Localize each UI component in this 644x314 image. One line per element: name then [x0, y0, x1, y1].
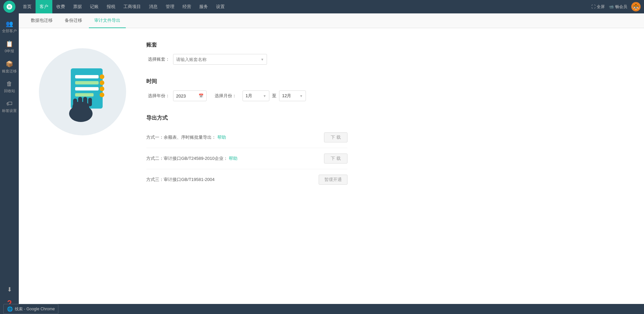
nav-message[interactable]: 消息 — [145, 0, 162, 13]
export-section: 方式一：余额表、序时账批量导出： 帮助 下 载 方式二：审计接口GB/T2458… — [146, 127, 347, 190]
chevron-down-icon: ▼ — [261, 58, 264, 61]
date-row: 2023 📅 选择月份： 1月 ▼ 至 12月 ▼ — [173, 90, 306, 101]
nav-service[interactable]: 服务 — [195, 0, 212, 13]
chevron-down-icon-3: ▼ — [300, 94, 303, 98]
account-label: 选择账套： — [146, 56, 170, 62]
nav-customer[interactable]: 客户 — [36, 0, 52, 13]
nav-right: ⛶ 全屏 📹 畅会员 🐯 — [591, 2, 641, 11]
declaration-icon: 📋 — [6, 40, 13, 48]
sidebar-item-recycle-bin[interactable]: 🗑 回收站 — [0, 77, 19, 97]
svg-rect-11 — [73, 99, 77, 107]
to-label: 至 — [272, 93, 276, 99]
migration-icon: 📦 — [6, 60, 13, 68]
taskbar: 🌐 线索 - Google Chrome — [0, 304, 644, 314]
illustration-svg — [52, 58, 113, 125]
account-input[interactable] — [176, 57, 261, 62]
nav-settings[interactable]: 设置 — [212, 0, 229, 13]
export-method-2: 方式二：审计接口GB/T24589-2010企业： 帮助 下 载 — [146, 148, 347, 169]
chevron-down-icon-2: ▼ — [263, 94, 266, 98]
svg-point-6 — [100, 80, 104, 85]
member-btn[interactable]: 📹 畅会员 — [609, 4, 627, 10]
nav-invoice[interactable]: 票据 — [69, 0, 86, 13]
month-start-select[interactable]: 1月 ▼ — [243, 90, 269, 101]
fullscreen-icon: ⛶ — [591, 4, 595, 9]
taskbar-chrome[interactable]: 🌐 线索 - Google Chrome — [3, 304, 58, 314]
customers-icon: 👥 — [6, 20, 13, 27]
recycle-icon: 🗑 — [6, 80, 12, 87]
svg-rect-4 — [75, 93, 94, 97]
form-area: 账套 选择账套： ▼ 时间 选择年份： 2023 📅 选择月份： — [146, 42, 347, 301]
nav-accounting[interactable]: 记账 — [86, 0, 103, 13]
sidebar-item-zero-declaration[interactable]: 📋 0申报 — [0, 37, 19, 57]
video-icon: 📹 — [609, 4, 614, 9]
nav-home[interactable]: 首页 — [19, 0, 36, 13]
nav-items: 首页 客户 收费 票据 记账 报税 工商项目 消息 管理 经营 服务 设置 — [19, 0, 591, 13]
svg-rect-3 — [75, 87, 99, 90]
svg-point-8 — [100, 92, 104, 97]
account-section-title: 账套 — [146, 42, 347, 49]
method-2-text: 方式二：审计接口GB/T24589-2010企业： 帮助 — [146, 155, 237, 162]
sidebar-item-account-migration[interactable]: 📦 账套迁移 — [0, 57, 19, 77]
year-select[interactable]: 2023 📅 — [173, 90, 207, 101]
download-icon: ⬇ — [7, 286, 12, 293]
method-1-text: 方式一：余额表、序时账批量导出： 帮助 — [146, 134, 226, 140]
nav-tax[interactable]: 报税 — [103, 0, 119, 13]
account-select[interactable]: ▼ — [173, 54, 267, 65]
month-end-select[interactable]: 12月 ▼ — [279, 90, 306, 101]
svg-rect-1 — [75, 75, 99, 78]
time-section-title: 时间 — [146, 78, 347, 85]
tab-data-migration[interactable]: 数据包迁移 — [25, 13, 58, 28]
svg-point-7 — [100, 86, 104, 91]
nav-manage[interactable]: 管理 — [162, 0, 178, 13]
nav-operation[interactable]: 经营 — [178, 0, 195, 13]
app-logo[interactable] — [3, 1, 15, 13]
tabs-bar: 数据包迁移 备份迁移 审计文件导出 — [19, 13, 644, 28]
sidebar: 👥 全部客户 📋 0申报 📦 账套迁移 🗑 回收站 🏷 标签设置 ⬇ ❓ — [0, 13, 19, 314]
account-form-row: 选择账套： ▼ — [146, 54, 347, 65]
svg-point-5 — [100, 74, 104, 79]
sidebar-item-download[interactable]: ⬇ — [6, 282, 13, 297]
svg-rect-13 — [83, 97, 87, 106]
method-2-download-btn[interactable]: 下 载 — [324, 153, 347, 164]
sidebar-item-tag-settings[interactable]: 🏷 标签设置 — [0, 97, 19, 117]
nav-billing[interactable]: 收费 — [52, 0, 69, 13]
month-label: 选择月份： — [215, 93, 236, 99]
top-nav: 首页 客户 收费 票据 记账 报税 工商项目 消息 管理 经营 服务 设置 ⛶ … — [0, 0, 644, 13]
export-method-1: 方式一：余额表、序时账批量导出： 帮助 下 载 — [146, 127, 347, 148]
month-start-value: 1月 — [246, 93, 252, 99]
avatar[interactable]: 🐯 — [631, 2, 641, 11]
chrome-icon: 🌐 — [7, 306, 13, 312]
method-3-open-btn[interactable]: 暂缓开通 — [319, 175, 347, 185]
export-section-title: 导出方式 — [146, 115, 347, 122]
tag-icon: 🏷 — [6, 100, 12, 107]
nav-business[interactable]: 工商项目 — [119, 0, 145, 13]
svg-rect-14 — [88, 98, 92, 106]
month-end-value: 12月 — [282, 93, 291, 99]
time-form-row: 选择年份： 2023 📅 选择月份： 1月 ▼ 至 12月 ▼ — [146, 90, 347, 101]
year-label: 选择年份： — [146, 93, 170, 99]
tab-audit-export[interactable]: 审计文件导出 — [89, 13, 126, 28]
svg-rect-2 — [75, 81, 99, 84]
tab-backup-migration[interactable]: 备份迁移 — [59, 13, 88, 28]
main-wrapper: 数据包迁移 备份迁移 审计文件导出 — [19, 13, 644, 314]
fullscreen-btn[interactable]: ⛶ 全屏 — [591, 4, 605, 10]
svg-rect-12 — [78, 97, 82, 106]
calendar-icon: 📅 — [199, 93, 204, 98]
illustration-wrap — [39, 42, 126, 301]
method-1-help-link[interactable]: 帮助 — [217, 135, 226, 140]
year-value: 2023 — [176, 93, 186, 99]
sidebar-item-all-customers[interactable]: 👥 全部客户 — [0, 17, 19, 37]
method-2-help-link[interactable]: 帮助 — [229, 156, 237, 161]
content-area: 账套 选择账套： ▼ 时间 选择年份： 2023 📅 选择月份： — [19, 28, 644, 314]
method-1-download-btn[interactable]: 下 载 — [324, 132, 347, 142]
method-3-text: 方式三：审计接口GB/T19581-2004 — [146, 177, 215, 183]
illustration-circle — [39, 48, 126, 135]
export-method-3: 方式三：审计接口GB/T19581-2004 暂缓开通 — [146, 169, 347, 190]
